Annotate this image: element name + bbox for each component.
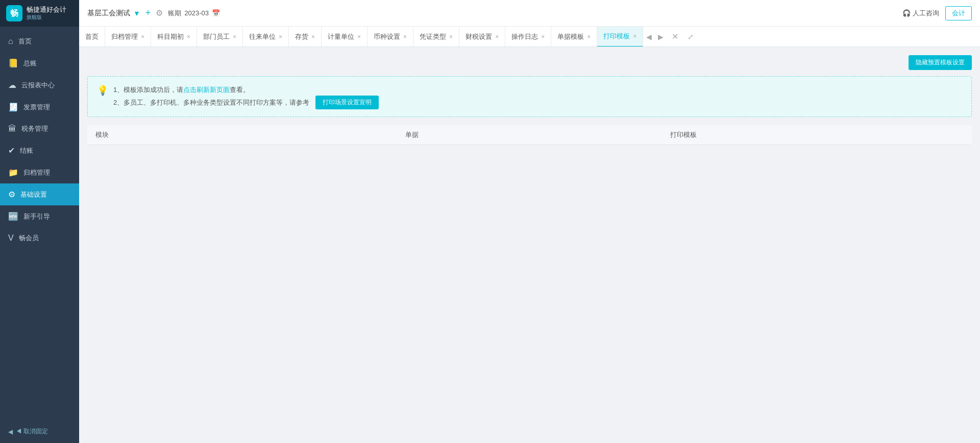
tab-home[interactable]: 首页 <box>79 27 105 47</box>
tab-close-department-staff[interactable]: × <box>233 33 236 40</box>
tab-close-operation-log[interactable]: × <box>541 33 545 40</box>
tab-partners[interactable]: 往来单位 × <box>243 27 289 47</box>
tab-close-archive-mgmt[interactable]: × <box>141 33 144 40</box>
company-name: 基层工会测试 <box>87 9 130 18</box>
nav-label-home: 首页 <box>18 37 32 46</box>
print-template-table: 模块 单据 打印模板 <box>87 125 972 145</box>
main-area: 基层工会测试 ▼ + ⚙ 账期 2023-03 📅 🎧 人工咨询 会计 首页归档… <box>79 0 980 443</box>
tab-voucher-type[interactable]: 凭证类型 × <box>413 27 459 47</box>
nav-label-basic-settings: 基础设置 <box>20 190 47 199</box>
tab-label-department-staff: 部门员工 <box>203 32 230 41</box>
sidebar-item-home[interactable]: ⌂首页 <box>0 31 79 52</box>
tab-tax-settings[interactable]: 财税设置 × <box>459 27 505 47</box>
tab-label-currency: 币种设置 <box>374 32 400 41</box>
nav-label-guide: 新手引导 <box>23 212 50 221</box>
sidebar-item-cloud-report[interactable]: ☁云报表中心 <box>0 74 79 96</box>
info-line2: 2、多员工、多打印机、多种业务类型设置不同打印方案等，请参考 打印场景设置宣明 <box>113 96 379 109</box>
sidebar-logo: 畅 畅捷通好会计 旗舰版 <box>0 0 79 27</box>
headset-icon: 🎧 <box>902 9 911 17</box>
topbar-right: 🎧 人工咨询 会计 <box>902 6 972 20</box>
nav-icon-archive: 📁 <box>8 168 18 177</box>
content-area: 隐藏预置模板设置 💡 1、模板添加成功后，请点击刷新新页面查看。 2、多员工、多… <box>79 47 980 443</box>
tab-expand[interactable]: ⤢ <box>683 33 698 41</box>
tab-print-template[interactable]: 打印模板 × <box>597 27 643 47</box>
tab-label-tax-settings: 财税设置 <box>465 32 492 41</box>
tab-close-inventory[interactable]: × <box>311 33 315 40</box>
tab-close-single-form[interactable]: × <box>587 33 591 40</box>
tab-close-currency[interactable]: × <box>403 33 407 40</box>
refresh-link[interactable]: 点击刷新新页面 <box>183 86 230 94</box>
tab-unit[interactable]: 计量单位 × <box>322 27 368 47</box>
tab-label-subject-init: 科目期初 <box>157 32 184 41</box>
company-selector[interactable]: 基层工会测试 ▼ <box>87 9 140 18</box>
nav-icon-checkout: ✔ <box>8 146 15 155</box>
nav-label-archive: 归档管理 <box>23 168 50 177</box>
tab-nav-right[interactable]: ▶ <box>655 33 667 41</box>
tab-nav-left[interactable]: ◀ <box>643 33 655 41</box>
tab-operation-log[interactable]: 操作日志 × <box>505 27 551 47</box>
nav-icon-invoice: 🧾 <box>8 102 18 112</box>
tab-archive-mgmt[interactable]: 归档管理 × <box>105 27 151 47</box>
tab-single-form[interactable]: 单据模板 × <box>551 27 597 47</box>
topbar: 基层工会测试 ▼ + ⚙ 账期 2023-03 📅 🎧 人工咨询 会计 <box>79 0 980 27</box>
hide-template-btn-container: 隐藏预置模板设置 <box>87 55 972 70</box>
sidebar-item-tax[interactable]: 🏛税务管理 <box>0 118 79 139</box>
sidebar-item-ledger[interactable]: 📒总账 <box>0 52 79 74</box>
tab-close-partners[interactable]: × <box>279 33 282 40</box>
sidebar-footer[interactable]: ◀ ◀ 取消固定 <box>0 420 79 443</box>
tab-currency[interactable]: 币种设置 × <box>368 27 413 47</box>
tab-label-inventory: 存货 <box>295 32 308 41</box>
unpin-icon: ◀ <box>8 428 13 435</box>
lightbulb-icon: 💡 <box>97 85 108 96</box>
sidebar: 畅 畅捷通好会计 旗舰版 ⌂首页📒总账☁云报表中心🧾发票管理🏛税务管理✔结账📁归… <box>0 0 79 443</box>
logo-icon: 畅 <box>6 5 22 21</box>
info-line1-after: 查看。 <box>230 86 250 94</box>
sidebar-item-checkout[interactable]: ✔结账 <box>0 139 79 161</box>
nav-icon-cloud-report: ☁ <box>8 80 16 90</box>
period-value: 2023-03 <box>184 9 209 17</box>
tab-close-unit[interactable]: × <box>357 33 361 40</box>
sidebar-item-basic-settings[interactable]: ⚙基础设置 <box>0 183 79 205</box>
tab-label-voucher-type: 凭证类型 <box>420 32 446 41</box>
tab-department-staff[interactable]: 部门员工 × <box>197 27 243 47</box>
add-tab-button[interactable]: + <box>145 8 151 18</box>
tab-close-print-template[interactable]: × <box>633 33 636 40</box>
support-label: 人工咨询 <box>913 9 939 18</box>
nav-label-member: 畅会员 <box>19 234 39 243</box>
period-label: 账期 <box>168 9 181 18</box>
tab-close-voucher-type[interactable]: × <box>449 33 453 40</box>
tab-close-all[interactable]: ✕ <box>667 32 683 41</box>
sidebar-item-guide[interactable]: 🆕新手引导 <box>0 205 79 227</box>
info-text: 1、模板添加成功后，请点击刷新新页面查看。 2、多员工、多打印机、多种业务类型设… <box>113 84 379 109</box>
sidebar-item-archive[interactable]: 📁归档管理 <box>0 161 79 183</box>
tab-label-unit: 计量单位 <box>328 32 354 41</box>
tab-label-archive-mgmt: 归档管理 <box>111 32 138 41</box>
support-button[interactable]: 🎧 人工咨询 <box>902 9 939 18</box>
tab-label-operation-log: 操作日志 <box>511 32 538 41</box>
period-selector[interactable]: 账期 2023-03 📅 <box>168 9 220 18</box>
col-header-order: 单据 <box>397 125 663 145</box>
nav-icon-tax: 🏛 <box>8 124 16 133</box>
tab-subject-init[interactable]: 科目期初 × <box>151 27 197 47</box>
calendar-icon[interactable]: 📅 <box>212 9 220 17</box>
print-explain-button[interactable]: 打印场景设置宣明 <box>315 96 379 109</box>
company-dropdown-icon[interactable]: ▼ <box>133 9 140 17</box>
hide-template-button[interactable]: 隐藏预置模板设置 <box>909 55 972 70</box>
sidebar-item-member[interactable]: V畅会员 <box>0 227 79 249</box>
tab-label-home: 首页 <box>85 32 99 41</box>
tab-close-tax-settings[interactable]: × <box>495 33 499 40</box>
nav-label-invoice: 发票管理 <box>23 103 50 112</box>
info-line2-before: 2、多员工、多打印机、多种业务类型设置不同打印方案等，请参考 <box>113 97 309 108</box>
tab-label-print-template: 打印模板 <box>603 32 630 41</box>
account-button[interactable]: 会计 <box>945 6 972 20</box>
tabbar: 首页归档管理 ×科目期初 ×部门员工 ×往来单位 ×存货 ×计量单位 ×币种设置… <box>79 27 980 47</box>
col-header-module: 模块 <box>87 125 397 145</box>
nav-label-cloud-report: 云报表中心 <box>21 81 55 90</box>
logo-title: 畅捷通好会计 <box>27 6 66 14</box>
settings-icon[interactable]: ⚙ <box>156 8 163 18</box>
sidebar-item-invoice[interactable]: 🧾发票管理 <box>0 96 79 118</box>
nav-icon-member: V <box>8 234 14 243</box>
tab-close-subject-init[interactable]: × <box>187 33 190 40</box>
nav-icon-guide: 🆕 <box>8 212 18 221</box>
tab-inventory[interactable]: 存货 × <box>289 27 322 47</box>
